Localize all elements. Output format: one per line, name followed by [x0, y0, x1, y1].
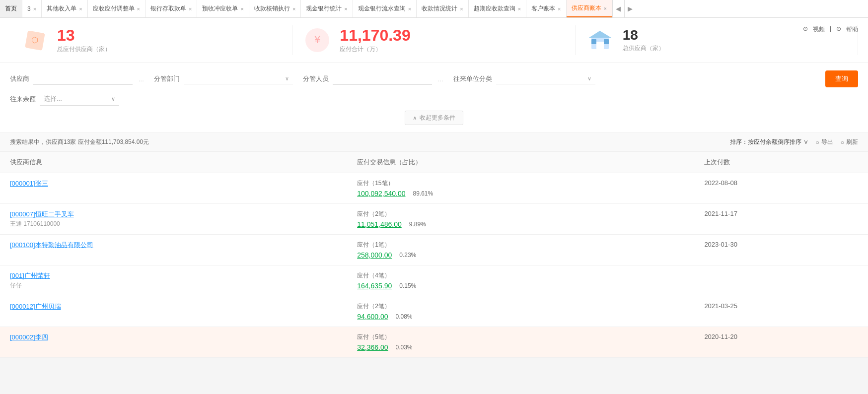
nav-tab-cash-bank-stat-label: 现金银行统计 [306, 4, 342, 13]
supplier-link[interactable]: [000001]张三 [10, 179, 337, 188]
close-icon[interactable]: × [604, 5, 607, 11]
nav-tab-cash-bank-stat[interactable]: 现金银行统计 × [301, 0, 353, 17]
close-icon[interactable]: × [518, 6, 521, 12]
nav-tab-other-income[interactable]: 其他收入单 × [42, 0, 87, 17]
filter-area: 供应商 ... 分管部门 ∨ 分管人员 ... 往来单位分类 ∨ 查询 [0, 63, 868, 133]
last-pay-cell: 2023-01-30 [694, 235, 868, 265]
col-last-pay: 上次付数 [694, 152, 868, 173]
stat-block-payable-total: ¥ 11,170.39 应付合计（万） [292, 25, 575, 55]
nav-tab-cash-flow[interactable]: 现金银行流水查询 × [353, 0, 417, 17]
stat-block-payable-suppliers: ⬡ 13 总应付供应商（家） [10, 25, 292, 55]
tx-info-cell: 应付（15笔）100,092,540.0089.61% [347, 173, 694, 204]
nav-tab-receipt-stat[interactable]: 收款情况统计 × [417, 0, 468, 17]
filter-item-category: 往来单位分类 ∨ [453, 73, 595, 84]
person-dots[interactable]: ... [438, 75, 443, 83]
nav-tab-adjustment[interactable]: 应收应付调整单 × [88, 0, 145, 17]
close-icon[interactable]: × [79, 6, 82, 12]
video-link[interactable]: 视频 [813, 25, 825, 34]
nav-next-arrow[interactable]: ▶ [624, 0, 636, 17]
query-button[interactable]: 查询 [825, 70, 858, 87]
supplier-link[interactable]: [000100]本特勤油品有限公司 [10, 241, 337, 250]
tx-amount[interactable]: 94,600.00 [357, 313, 388, 321]
supplier-link[interactable]: [000007]恒旺二手叉车 [10, 210, 337, 219]
nav-tab-overdue-label: 超期应收款查询 [474, 4, 515, 13]
tx-label: 应付（2笔） [357, 210, 684, 218]
table-row: [000001]张三应付（15笔）100,092,540.0089.61%202… [0, 173, 868, 204]
filter-collapse-row: ∧ 收起更多条件 [10, 111, 858, 125]
person-filter-input[interactable] [333, 73, 432, 85]
close-icon[interactable]: × [33, 6, 36, 12]
category-filter-select[interactable]: ∨ [496, 73, 595, 84]
close-icon[interactable]: × [240, 6, 243, 12]
nav-tab-3[interactable]: 3 × [22, 0, 42, 17]
nav-tab-supplier-account[interactable]: 供应商账本 × [567, 0, 612, 17]
supplier-info-cell: [000002]李四 [0, 327, 347, 358]
tx-info-cell: 应付（2笔）94,600.000.08% [347, 296, 694, 327]
close-icon[interactable]: × [292, 6, 295, 12]
close-icon[interactable]: × [344, 6, 347, 12]
svg-rect-7 [591, 39, 596, 44]
tx-label: 应付（5笔） [357, 333, 684, 341]
sort-text: 排序：按应付余额倒序排序 [730, 138, 801, 145]
close-icon[interactable]: × [137, 6, 140, 12]
svg-text:⬡: ⬡ [31, 36, 38, 44]
dept-filter-select[interactable]: ∨ [184, 73, 293, 84]
tx-percent: 0.23% [399, 252, 416, 259]
tx-percent: 0.08% [395, 313, 412, 320]
export-button[interactable]: ○ 导出 [816, 138, 833, 146]
chevron-down-icon: ∨ [285, 75, 289, 82]
tx-amount[interactable]: 11,051,486.00 [357, 220, 402, 228]
nav-tab-prepay[interactable]: 预收冲应收单 × [197, 0, 249, 17]
nav-tab-receipt-exec[interactable]: 收款核销执行 × [249, 0, 301, 17]
tx-amount[interactable]: 258,000.00 [357, 251, 392, 259]
tx-label: 应付（2笔） [357, 302, 684, 311]
supplier-link[interactable]: [000002]李四 [10, 333, 337, 342]
close-icon[interactable]: × [558, 6, 561, 12]
nav-tab-home[interactable]: 首页 [0, 0, 22, 17]
payable-total-number: 11,170.39 [340, 27, 410, 43]
payable-suppliers-label: 总应付供应商（家） [57, 45, 111, 54]
tx-amount[interactable]: 32,366.00 [357, 343, 388, 351]
help-link[interactable]: 帮助 [846, 25, 858, 34]
last-pay-cell [694, 265, 868, 296]
money-icon: ¥ [302, 25, 332, 55]
supplier-link[interactable]: [001]广州荣轩 [10, 271, 337, 280]
balance-filter-select[interactable]: 选择... ∨ [40, 92, 119, 106]
nav-tab-bank-label: 银行存取款单 [150, 4, 186, 13]
table-container: 供应商信息 应付交易信息（占比） 上次付数 [000001]张三应付（15笔）1… [0, 152, 868, 358]
table-row: [000012]广州贝瑞应付（2笔）94,600.000.08%2021-03-… [0, 296, 868, 327]
nav-tab-customer-account[interactable]: 客户账本 × [526, 0, 566, 17]
supplier-filter-input[interactable] [33, 73, 133, 85]
tx-percent: 0.15% [399, 282, 416, 289]
sort-label[interactable]: 排序：按应付余额倒序排序 ∨ [730, 138, 808, 146]
supplier-icon: ⬡ [20, 25, 50, 55]
tx-amount[interactable]: 100,092,540.00 [357, 190, 405, 197]
close-icon[interactable]: × [408, 6, 411, 12]
supplier-info-cell: [000001]张三 [0, 173, 347, 204]
supplier-dots[interactable]: ... [139, 75, 144, 83]
filter-item-dept: 分管部门 ∨ [154, 73, 293, 84]
refresh-button[interactable]: ○ 刷新 [841, 138, 858, 146]
tx-info-cell: 应付（2笔）11,051,486.009.89% [347, 204, 694, 235]
supplier-contact: 王通 17106110000 [10, 220, 337, 228]
close-icon[interactable]: × [460, 6, 463, 12]
collapse-button[interactable]: ∧ 收起更多条件 [405, 111, 463, 125]
nav-tab-overdue[interactable]: 超期应收款查询 × [469, 0, 526, 17]
category-filter-label: 往来单位分类 [453, 74, 492, 83]
nav-tab-3-label: 3 [27, 5, 31, 12]
nav-tab-bank[interactable]: 银行存取款单 × [145, 0, 197, 17]
chevron-down-icon-2: ∨ [587, 75, 591, 82]
circle-icon-2: ⊙ [836, 25, 841, 34]
sort-arrow-icon: ∨ [803, 138, 808, 145]
tx-info-cell: 应付（1笔）258,000.000.23% [347, 235, 694, 265]
svg-text:¥: ¥ [314, 33, 321, 46]
filter-row-1: 供应商 ... 分管部门 ∨ 分管人员 ... 往来单位分类 ∨ 查询 [10, 70, 858, 87]
nav-prev-arrow[interactable]: ◀ [612, 0, 624, 17]
supplier-link[interactable]: [000012]广州贝瑞 [10, 302, 337, 311]
tx-amount[interactable]: 164,635.90 [357, 282, 392, 290]
tx-label: 应付（1笔） [357, 241, 684, 249]
filter-item-supplier: 供应商 ... [10, 73, 144, 85]
close-icon[interactable]: × [189, 6, 192, 12]
nav-tab-other-income-label: 其他收入单 [47, 4, 76, 13]
nav-tab-adjustment-label: 应收应付调整单 [93, 4, 135, 13]
